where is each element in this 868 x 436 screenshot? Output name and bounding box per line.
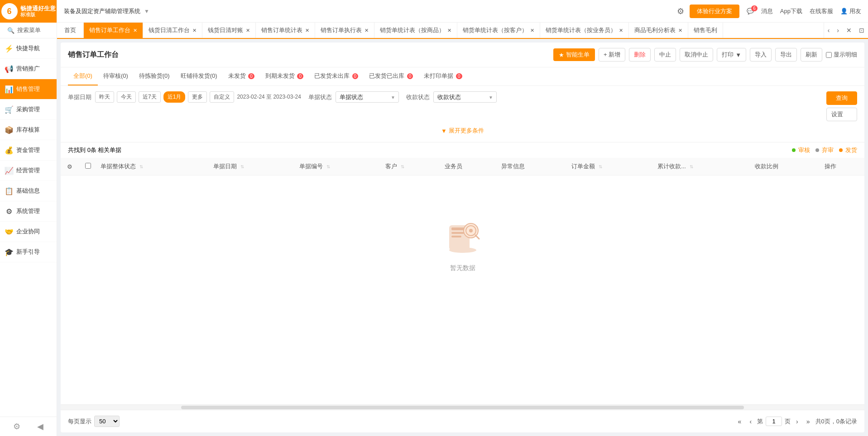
topbar-settings-icon[interactable]: ⚙ <box>677 6 684 16</box>
tab-close-sales-customer[interactable]: ✕ <box>530 28 534 33</box>
sidebar-item-search[interactable]: 🔍 搜索菜单 <box>0 23 57 38</box>
tab-close-sales-stats[interactable]: ✕ <box>305 28 309 33</box>
sidebar-item-operations[interactable]: 📈 经营管理 <box>0 161 57 181</box>
page-size-select[interactable]: 50 10 20 100 <box>94 416 120 427</box>
subtab-all[interactable]: 全部(0) <box>68 67 98 85</box>
settings-col-icon[interactable]: ⚙ <box>67 163 72 170</box>
tab-sales-exec[interactable]: 销售订单执行表 ✕ <box>315 23 374 38</box>
system-title-arrow[interactable]: ▼ <box>144 8 149 14</box>
page-num-input[interactable] <box>766 417 782 426</box>
page-prev-btn[interactable]: ‹ <box>747 417 754 426</box>
import-btn[interactable]: 导入 <box>750 48 772 62</box>
tab-cash-daily[interactable]: 钱货日清工作台 ✕ <box>143 23 202 38</box>
horizontal-scrollbar[interactable] <box>61 404 864 410</box>
sort-date[interactable]: ⇅ <box>240 164 244 169</box>
date-yesterday[interactable]: 昨天 <box>95 91 114 103</box>
sidebar-item-guide[interactable]: 🎓 新手引导 <box>0 242 57 262</box>
tab-gross-margin[interactable]: 商品毛利分析表 ✕ <box>629 23 688 38</box>
tab-close-cash-reconcile[interactable]: ✕ <box>246 28 250 33</box>
date-range-display: 2023-02-24 至 2023-03-24 <box>237 93 301 101</box>
tab-nav-prev[interactable]: ‹ <box>824 23 834 38</box>
tab-close-cash-daily[interactable]: ✕ <box>192 28 197 33</box>
app-download-link[interactable]: App下载 <box>780 7 802 15</box>
tab-close-gross-margin[interactable]: ✕ <box>678 28 682 33</box>
subtab-overdue-unshipped[interactable]: 到期未发货 0 <box>260 67 309 85</box>
content-inner: 销售订单工作台 ★ 智能生单 + 新增 删除 中止 取消中止 打印 ▼ 导入 <box>61 43 864 432</box>
cancel-suspend-btn[interactable]: 取消中止 <box>680 48 713 62</box>
sort-customer[interactable]: ⇅ <box>401 164 404 169</box>
subtab-shipped-out[interactable]: 已发货已出库 0 <box>364 67 418 85</box>
filter-settings-btn[interactable]: 设置 <box>826 108 857 121</box>
message-icon[interactable]: 💬 6 <box>747 8 754 14</box>
show-detail-checkbox[interactable]: 显示明细 <box>826 51 857 59</box>
sidebar-item-sales[interactable]: 📊 销售管理 <box>0 79 57 100</box>
tab-close-sales[interactable]: ✕ <box>133 28 137 33</box>
sort-collected[interactable]: ⇅ <box>690 164 693 169</box>
page-size-wrap: 每页显示 50 10 20 100 <box>68 416 120 427</box>
trial-btn[interactable]: 体验行业方案 <box>690 5 739 18</box>
sort-number[interactable]: ⇅ <box>326 164 330 169</box>
tab-nav-next[interactable]: › <box>833 23 843 38</box>
sidebar-settings-icon[interactable]: ⚙ <box>13 422 20 431</box>
tab-sales-gross[interactable]: 销售毛利 <box>688 23 723 38</box>
tab-sales-by-customer[interactable]: 销货单统计表（按客户） ✕ <box>457 23 540 38</box>
subtab-unshipped[interactable]: 未发货 0 <box>223 67 260 85</box>
payment-select[interactable]: 收款状态 <box>433 91 497 103</box>
sidebar-item-marketing[interactable]: 📢 营销推广 <box>0 59 57 79</box>
ship-action[interactable]: 发货 <box>839 146 857 154</box>
sidebar-item-inventory[interactable]: 📦 库存核算 <box>0 120 57 140</box>
date-custom[interactable]: 自定义 <box>210 91 234 103</box>
page-first-btn[interactable]: « <box>735 417 744 426</box>
delete-btn[interactable]: 删除 <box>629 48 651 62</box>
suspend-btn[interactable]: 中止 <box>654 48 676 62</box>
print-arrow[interactable]: ▼ <box>735 52 741 58</box>
subtab-unprinted[interactable]: 未打印单据 0 <box>418 67 467 85</box>
date-today[interactable]: 今天 <box>117 91 136 103</box>
sidebar-item-enterprise[interactable]: 🤝 企业协同 <box>0 222 57 242</box>
subtab-shipped-not-out[interactable]: 已发货未出库 0 <box>309 67 364 85</box>
subtab-pending-review[interactable]: 待审核(0) <box>98 67 134 85</box>
sidebar-item-quick-nav[interactable]: ⚡ 快捷导航 <box>0 38 57 59</box>
sidebar-item-finance[interactable]: 💰 资金管理 <box>0 140 57 161</box>
tab-sales-by-staff[interactable]: 销货单统计表（按业务员） ✕ <box>540 23 629 38</box>
sidebar-collapse-icon[interactable]: ◀ <box>37 422 43 431</box>
tab-cash-reconcile[interactable]: 钱货日清对账 ✕ <box>202 23 256 38</box>
page-next-btn[interactable]: › <box>793 417 801 426</box>
select-all-checkbox[interactable] <box>85 163 91 169</box>
smart-generate-btn[interactable]: ★ 智能生单 <box>553 48 595 61</box>
add-btn[interactable]: + 新增 <box>599 48 625 62</box>
cancel-review-action[interactable]: 弃审 <box>815 146 834 154</box>
tab-sales-stats[interactable]: 销售订单统计表 ✕ <box>256 23 315 38</box>
sidebar-item-base-info[interactable]: 📋 基础信息 <box>0 181 57 201</box>
date-1month[interactable]: 近1月 <box>163 91 186 103</box>
query-btn[interactable]: 查询 <box>826 91 857 105</box>
print-btn[interactable]: 打印 ▼ <box>717 48 746 62</box>
subtab-pending-inspect[interactable]: 待拣验货(0) <box>134 67 175 85</box>
tab-expand[interactable]: ⊡ <box>855 23 868 38</box>
export-btn[interactable]: 导出 <box>775 48 797 62</box>
review-action[interactable]: 审核 <box>792 146 810 154</box>
user-menu[interactable]: 👤 用友 <box>840 7 861 15</box>
sort-amount[interactable]: ⇅ <box>599 164 602 169</box>
tab-sales-by-product[interactable]: 销货单统计表（按商品） ✕ <box>374 23 457 38</box>
sidebar-item-purchase[interactable]: 🛒 采购管理 <box>0 100 57 120</box>
tab-home[interactable]: 首页 <box>57 23 84 38</box>
scrollbar-thumb[interactable] <box>181 406 744 409</box>
status-select[interactable]: 单据状态 <box>336 91 399 103</box>
subtab-wangpu[interactable]: 旺铺待发货(0) <box>175 67 223 85</box>
tab-close-sales-exec[interactable]: ✕ <box>364 28 369 33</box>
sort-status[interactable]: ⇅ <box>139 164 143 169</box>
tab-close-sales-staff[interactable]: ✕ <box>619 28 623 33</box>
tab-close-sales-product[interactable]: ✕ <box>447 28 451 33</box>
logo-icon: 6 <box>1 3 18 19</box>
show-detail-input[interactable] <box>826 52 832 58</box>
date-more[interactable]: 更多 <box>188 91 207 103</box>
page-last-btn[interactable]: » <box>804 417 813 426</box>
tab-sales-workbench[interactable]: 销售订单工作台 ✕ <box>84 23 143 38</box>
refresh-btn[interactable]: 刷新 <box>801 48 822 62</box>
online-service-link[interactable]: 在线客服 <box>810 7 833 15</box>
date-7days[interactable]: 近7天 <box>139 91 161 103</box>
tab-close-all[interactable]: ✕ <box>843 23 855 38</box>
expand-filter-btn[interactable]: ▼ 展开更多条件 <box>437 125 488 137</box>
sidebar-item-system[interactable]: ⚙ 系统管理 <box>0 201 57 222</box>
